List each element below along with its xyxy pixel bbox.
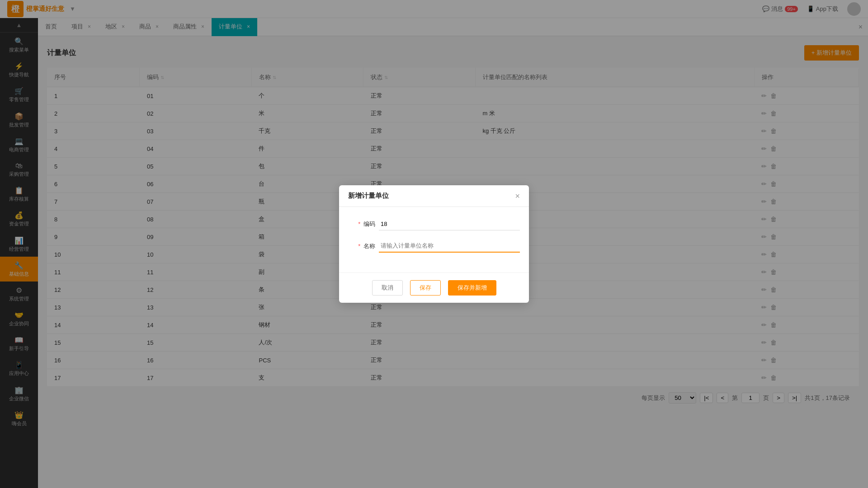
name-field-row: * 名称 (348, 239, 520, 253)
modal-body: * 编码 * 名称 (339, 207, 529, 272)
add-unit-modal: 新增计量单位 × * 编码 * 名称 取消 保存 保存并新增 (339, 185, 529, 303)
modal-footer: 取消 保存 保存并新增 (339, 272, 529, 303)
modal-header: 新增计量单位 × (339, 185, 529, 207)
name-input[interactable] (379, 239, 520, 253)
code-label: * 编码 (348, 220, 375, 228)
name-required-mark: * (358, 243, 360, 249)
code-required-mark: * (358, 221, 360, 227)
modal-overlay: 新增计量单位 × * 编码 * 名称 取消 保存 保存并新增 (0, 0, 868, 488)
name-label: * 名称 (348, 242, 375, 250)
code-input[interactable] (379, 218, 520, 230)
save-add-button[interactable]: 保存并新增 (448, 280, 496, 296)
code-field-row: * 编码 (348, 218, 520, 230)
cancel-button[interactable]: 取消 (372, 280, 403, 296)
modal-title: 新增计量单位 (348, 192, 389, 200)
modal-close-button[interactable]: × (515, 192, 520, 200)
save-button[interactable]: 保存 (410, 280, 441, 296)
